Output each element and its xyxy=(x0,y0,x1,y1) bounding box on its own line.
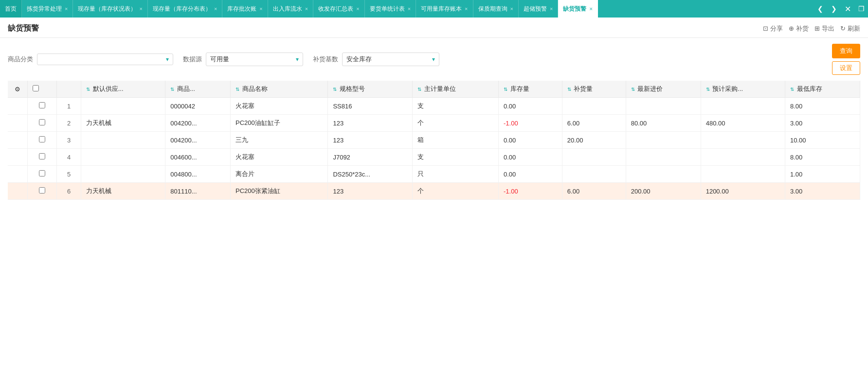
close-icon[interactable]: × xyxy=(408,6,411,12)
row-min-stock-cell: 1.00 xyxy=(785,166,860,183)
row-checkbox[interactable] xyxy=(39,153,45,159)
col-supplier-label: 默认供应... xyxy=(93,85,124,92)
row-latest-price-cell: 200.00 xyxy=(626,183,701,200)
row-checkbox-cell[interactable] xyxy=(27,149,56,166)
query-button[interactable]: 查询 xyxy=(832,44,860,58)
close-icon[interactable]: × xyxy=(259,6,262,12)
share-icon: ⊡ xyxy=(763,25,768,32)
col-product-code[interactable]: ⇅ 商品... xyxy=(165,81,231,98)
gear-icon[interactable]: ⚙ xyxy=(15,86,20,93)
tab-shortage[interactable]: 缺货预警 × xyxy=(558,0,597,18)
row-product-code-cell: 801110... xyxy=(165,183,231,200)
row-checkbox[interactable] xyxy=(39,187,45,194)
row-product-name-cell: 离合片 xyxy=(231,166,328,183)
col-min-stock[interactable]: ⇅ 最低库存 xyxy=(785,81,860,98)
row-replenish-cell xyxy=(562,98,626,115)
tab-inout-flow[interactable]: 出入库流水 × xyxy=(268,0,313,18)
datasource-select[interactable]: 可用量 ▾ xyxy=(206,53,303,66)
select-all-checkbox[interactable] xyxy=(33,85,39,91)
table-row: 1 0000042 火花塞 SS816 支 0.00 8.00 xyxy=(8,98,860,115)
close-icon[interactable]: × xyxy=(356,6,359,12)
export-button[interactable]: ⊞ 导出 xyxy=(814,24,834,33)
export-icon: ⊞ xyxy=(814,25,820,32)
row-spec-cell: DS250*23c... xyxy=(328,166,412,183)
tab-order-stats[interactable]: 要货单统计表 × xyxy=(365,0,416,18)
table-row: 5 004800... 离合片 DS250*23c... 只 0.00 1.00 xyxy=(8,166,860,183)
close-icon[interactable]: × xyxy=(139,6,142,12)
replenish-select[interactable]: 安全库存 ▾ xyxy=(342,53,439,66)
row-min-stock-cell: 10.00 xyxy=(785,132,860,149)
col-product-name[interactable]: ⇅ 商品名称 xyxy=(231,81,328,98)
close-icon[interactable]: × xyxy=(550,6,553,12)
row-checkbox-cell[interactable] xyxy=(27,166,56,183)
row-replenish-cell xyxy=(562,149,626,166)
row-settings-cell xyxy=(8,149,27,166)
row-checkbox[interactable] xyxy=(39,170,45,176)
tab-nav-controls: ❮ ❯ ✕ ❐ xyxy=(814,4,868,14)
tab-expiry[interactable]: 保质期查询 × xyxy=(473,0,519,18)
tab-inventory-dist[interactable]: 现存量（库存分布表） × xyxy=(148,0,222,18)
tab-inventory-status[interactable]: 现存量（库存状况表） × xyxy=(73,0,147,18)
row-checkbox-cell[interactable] xyxy=(27,183,56,200)
row-spec-cell: 123 xyxy=(328,132,412,149)
tab-batch[interactable]: 库存批次账 × xyxy=(222,0,268,18)
refresh-button[interactable]: ↻ 刷新 xyxy=(840,24,860,33)
window-restore-button[interactable]: ❐ xyxy=(854,5,868,13)
row-checkbox[interactable] xyxy=(39,119,45,125)
category-select[interactable]: ▾ xyxy=(37,53,173,65)
close-icon[interactable]: × xyxy=(589,6,592,12)
sort-icon: ⇅ xyxy=(504,87,507,92)
close-icon[interactable]: × xyxy=(214,6,217,12)
tab-receive-summary[interactable]: 收发存汇总表 × xyxy=(313,0,364,18)
settings-button[interactable]: 设置 xyxy=(832,61,860,75)
row-unit-cell: 个 xyxy=(412,115,498,132)
row-min-stock-cell: 8.00 xyxy=(785,98,860,115)
close-icon[interactable]: × xyxy=(305,6,308,12)
tab-home[interactable]: 首页 xyxy=(0,0,22,18)
tab-overstock[interactable]: 超储预警 × xyxy=(519,0,558,18)
sort-icon: ⇅ xyxy=(333,87,337,92)
window-close-button[interactable]: ✕ xyxy=(841,4,854,14)
col-unit-label: 主计量单位 xyxy=(424,85,456,92)
col-checkbox[interactable] xyxy=(27,81,56,98)
row-latest-price-cell xyxy=(626,166,701,183)
filter-area: 商品分类 ▾ 数据源 可用量 ▾ 补货基数 安全库存 ▾ 查询 设置 xyxy=(0,38,868,81)
chevron-down-icon: ▾ xyxy=(432,56,435,63)
col-unit[interactable]: ⇅ 主计量单位 xyxy=(412,81,498,98)
row-settings-cell xyxy=(8,132,27,149)
col-settings[interactable]: ⚙ xyxy=(8,81,27,98)
col-supplier[interactable]: ⇅ 默认供应... xyxy=(81,81,165,98)
replenish-button[interactable]: ⊕ 补货 xyxy=(789,24,809,33)
close-icon[interactable]: × xyxy=(65,6,68,12)
row-supplier-cell: 力天机械 xyxy=(81,115,165,132)
close-icon[interactable]: × xyxy=(510,6,513,12)
row-stock-cell: 0.00 xyxy=(498,149,562,166)
share-button[interactable]: ⊡ 分享 xyxy=(763,24,783,33)
tab-receive-summary-label: 收发存汇总表 xyxy=(318,5,353,13)
close-icon[interactable]: × xyxy=(465,6,468,12)
row-latest-price-cell xyxy=(626,98,701,115)
row-checkbox[interactable] xyxy=(39,102,45,108)
col-stock[interactable]: ⇅ 库存量 xyxy=(498,81,562,98)
tab-available-ledger[interactable]: 可用量库存账本 × xyxy=(416,0,473,18)
col-spec[interactable]: ⇅ 规格型号 xyxy=(328,81,412,98)
tab-available-ledger-label: 可用量库存账本 xyxy=(421,5,462,13)
tab-prev-button[interactable]: ❮ xyxy=(814,5,827,13)
row-unit-cell: 支 xyxy=(412,98,498,115)
row-checkbox[interactable] xyxy=(39,136,45,142)
row-replenish-cell: 6.00 xyxy=(562,115,626,132)
tab-next-button[interactable]: ❯ xyxy=(827,5,841,13)
row-settings-cell xyxy=(8,166,27,183)
col-replenish[interactable]: ⇅ 补货量 xyxy=(562,81,626,98)
sort-icon: ⇅ xyxy=(567,87,571,92)
col-latest-price[interactable]: ⇅ 最新进价 xyxy=(626,81,701,98)
row-spec-cell: SS816 xyxy=(328,98,412,115)
row-min-stock-cell: 3.00 xyxy=(785,115,860,132)
row-estimated-purchase-cell xyxy=(701,132,785,149)
row-checkbox-cell[interactable] xyxy=(27,98,56,115)
row-checkbox-cell[interactable] xyxy=(27,115,56,132)
tab-abnormal[interactable]: 拣货异常处理 × xyxy=(22,0,73,18)
row-num-cell: 4 xyxy=(56,149,81,166)
row-checkbox-cell[interactable] xyxy=(27,132,56,149)
col-estimated-purchase[interactable]: ⇅ 预计采购... xyxy=(701,81,785,98)
